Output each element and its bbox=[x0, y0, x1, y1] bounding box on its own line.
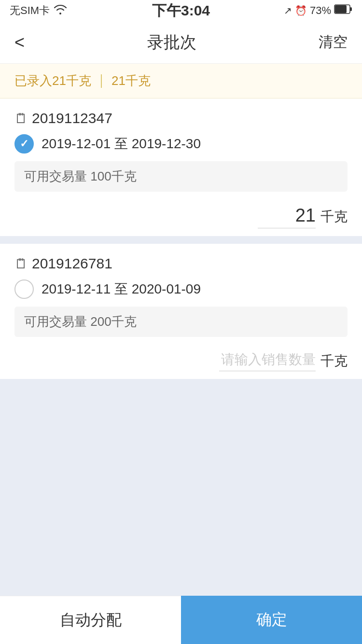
batch-item-1: 🗒 2019112347 2019-12-01 至 2019-12-30 可用交… bbox=[0, 98, 362, 236]
alarm-icon: ⏰ bbox=[295, 5, 307, 16]
info-divider bbox=[101, 74, 102, 88]
nav-bar: < 录批次 清空 bbox=[0, 21, 362, 64]
batch1-date: 2019-12-01 至 2019-12-30 bbox=[42, 135, 201, 153]
carrier-text: 无SIM卡 bbox=[10, 3, 50, 18]
section-divider-2 bbox=[0, 379, 362, 387]
auto-distribute-button[interactable]: 自动分配 bbox=[0, 596, 181, 644]
batch1-quantity-value: 21 bbox=[295, 205, 316, 225]
page-title: 录批次 bbox=[147, 31, 196, 54]
batch2-radio[interactable] bbox=[14, 280, 34, 299]
batch-item-2: 🗒 2019126781 2019-12-11 至 2020-01-09 可用交… bbox=[0, 244, 362, 379]
batch1-radio[interactable] bbox=[14, 134, 34, 154]
time-display: 下午3:04 bbox=[152, 1, 210, 21]
confirm-button[interactable]: 确定 bbox=[181, 596, 362, 644]
svg-rect-1 bbox=[350, 7, 352, 11]
batch2-row[interactable]: 2019-12-11 至 2020-01-09 bbox=[0, 276, 362, 303]
section-divider-1 bbox=[0, 236, 362, 244]
back-button[interactable]: < bbox=[14, 32, 25, 53]
status-right: ↗ ⏰ 73% bbox=[284, 4, 352, 17]
batch1-quantity-display: 21 bbox=[258, 205, 316, 228]
batch1-id: 2019112347 bbox=[32, 110, 112, 126]
batch2-icon: 🗒 bbox=[14, 256, 28, 272]
location-icon: ↗ bbox=[284, 5, 292, 16]
batch2-date: 2019-12-11 至 2020-01-09 bbox=[42, 280, 201, 298]
battery-text: 73% bbox=[310, 4, 331, 17]
batch2-input-row[interactable]: 请输入销售数量 千克 bbox=[0, 343, 362, 379]
batch2-id: 2019126781 bbox=[32, 255, 112, 272]
batch1-row[interactable]: 2019-12-01 至 2019-12-30 bbox=[0, 130, 362, 157]
recorded-label: 已录入21千克 bbox=[14, 72, 91, 89]
recorded-value: 21千克 bbox=[111, 72, 151, 89]
batch2-quantity-input[interactable]: 请输入销售数量 bbox=[219, 350, 316, 371]
batch1-header: 🗒 2019112347 bbox=[0, 98, 362, 130]
clear-button[interactable]: 清空 bbox=[319, 32, 348, 52]
status-bar: 无SIM卡 下午3:04 ↗ ⏰ 73% bbox=[0, 0, 362, 21]
bottom-bar: 自动分配 确定 bbox=[0, 596, 362, 644]
batch1-icon: 🗒 bbox=[14, 111, 28, 126]
status-left: 无SIM卡 bbox=[10, 3, 67, 18]
svg-rect-2 bbox=[335, 5, 347, 13]
battery-icon bbox=[334, 4, 352, 17]
batch2-header: 🗒 2019126781 bbox=[0, 244, 362, 276]
batch1-available: 可用交易量 100千克 bbox=[14, 161, 348, 192]
batch2-available: 可用交易量 200千克 bbox=[14, 307, 348, 337]
wifi-icon bbox=[54, 4, 67, 17]
info-bar: 已录入21千克 21千克 bbox=[0, 64, 362, 98]
batch1-qty-row: 21 千克 bbox=[0, 197, 362, 236]
batch1-unit: 千克 bbox=[320, 208, 348, 226]
batch2-unit: 千克 bbox=[320, 352, 348, 370]
